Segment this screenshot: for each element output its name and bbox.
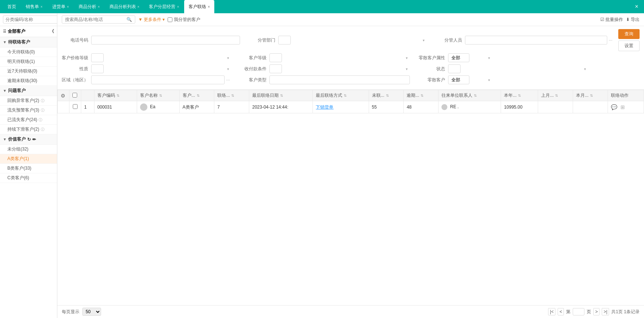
sidebar-item-ungrouped[interactable]: 未分组(32) xyxy=(0,145,57,154)
query-button[interactable]: 查询 xyxy=(618,29,640,39)
nav-home[interactable]: 首页 xyxy=(3,0,21,13)
th-this-month[interactable]: 本月... ⇅ xyxy=(573,90,608,101)
td-check xyxy=(69,101,81,113)
sidebar-item-a-class[interactable]: A类客户(1) xyxy=(0,154,57,164)
value-edit-icon[interactable]: ✏ xyxy=(32,137,36,142)
first-page-btn[interactable]: |< xyxy=(548,308,555,315)
filter-manager-input[interactable] xyxy=(465,36,607,45)
nav-sales[interactable]: 销售单 × xyxy=(21,0,47,13)
page-size-select[interactable]: 50 20 100 xyxy=(82,308,101,316)
sidebar-group-value[interactable]: ▼ 价值客户 ↻ ✏ xyxy=(0,134,57,145)
nav-product-list[interactable]: 商品分析列表 × xyxy=(105,0,144,13)
sidebar-item-today[interactable]: 今天待联络(0) xyxy=(0,47,57,57)
filter-region-dots[interactable]: ··· xyxy=(225,77,231,82)
sort-icon-name[interactable]: ⇅ xyxy=(159,93,162,98)
my-customers-filter[interactable]: 我分管的客户 xyxy=(168,17,200,23)
sidebar-item-declining[interactable]: 持续下滑客户(2) ⓘ xyxy=(0,125,57,134)
sidebar-item-tomorrow[interactable]: 明天待联络(1) xyxy=(0,57,57,67)
filter-customer-level-select[interactable] xyxy=(269,53,282,62)
batch-op-btn[interactable]: ☑ 批量操作 xyxy=(600,17,623,23)
table-settings-icon[interactable]: ⚙ xyxy=(61,93,65,99)
search-icon[interactable]: 🔍 xyxy=(126,17,132,22)
sort-icon-type[interactable]: ⇅ xyxy=(197,93,200,98)
close-all-tabs[interactable]: × xyxy=(632,2,641,11)
sort-icon-no-contact[interactable]: ⇅ xyxy=(386,93,389,98)
filter-payment: 收付款条件 ▾ xyxy=(240,64,409,73)
sidebar-all-customers[interactable]: ⠿ 全部客户 《 xyxy=(0,26,57,37)
settings-button[interactable]: 设置 xyxy=(618,40,640,51)
th-no-contact[interactable]: 未联... ⇅ xyxy=(369,90,404,101)
prev-page-btn[interactable]: < xyxy=(558,308,564,315)
filter-region-input[interactable] xyxy=(91,75,225,84)
search-input[interactable] xyxy=(65,17,126,22)
th-overdue[interactable]: 逾期... ⇅ xyxy=(404,90,439,101)
filter-scatter-wrap: 全部 ▾ xyxy=(448,75,492,84)
sidebar-item-churned[interactable]: 已流失客户(24) ⓘ xyxy=(0,115,57,125)
sort-icon-this-month[interactable]: ⇅ xyxy=(590,93,593,98)
chevron-down-icon4: ▾ xyxy=(406,56,408,60)
td-unit-contact: RE . xyxy=(439,101,501,113)
sort-icon-unit[interactable]: ⇅ xyxy=(474,93,477,98)
filter-price-select[interactable] xyxy=(91,53,104,62)
sidebar-group-pending[interactable]: ▼ 待联络客户 xyxy=(0,37,57,47)
sort-icon-contact[interactable]: ⇅ xyxy=(231,93,234,98)
sort-icon-date[interactable]: ⇅ xyxy=(280,93,283,98)
filter-nature-select[interactable] xyxy=(91,64,104,73)
filter-price-level-label: 客户价格等级 xyxy=(62,55,91,61)
my-customers-checkbox[interactable] xyxy=(168,17,172,22)
th-last-contact-date[interactable]: 最后联络日期 ⇅ xyxy=(249,90,313,101)
sort-icon-code[interactable]: ⇅ xyxy=(117,93,119,98)
nav-customer-segment-close[interactable]: × xyxy=(177,5,179,9)
nav-customer-contact-close[interactable]: × xyxy=(208,5,210,9)
sort-icon-last-month[interactable]: ⇅ xyxy=(555,93,558,98)
sidebar-item-churn-warning[interactable]: 流失预警客户(3) ⓘ xyxy=(0,106,57,115)
qr-icon[interactable]: ⊞ xyxy=(620,104,625,110)
nav-purchase-close[interactable]: × xyxy=(67,5,69,9)
nav-customer-contact[interactable]: 客户联络 × xyxy=(184,0,214,13)
filter-manager-dots[interactable]: ··· xyxy=(607,38,614,43)
contact-method-link[interactable]: 下销货单 xyxy=(316,105,333,110)
nav-product-analysis-close[interactable]: × xyxy=(98,5,100,9)
sort-icon-year[interactable]: ⇅ xyxy=(518,93,521,98)
sidebar-item-abnormal[interactable]: 回购异常客户(2) ⓘ xyxy=(0,96,57,106)
last-page-btn[interactable]: >| xyxy=(602,308,609,315)
filter-dept-select[interactable] xyxy=(278,36,291,45)
filter-status-select[interactable] xyxy=(448,64,461,73)
export-btn[interactable]: ⬇ 导出 xyxy=(626,17,640,23)
sidebar-group-problem[interactable]: ▼ 问题客户 xyxy=(0,86,57,96)
filter-customer-type-input[interactable] xyxy=(269,75,409,84)
th-customer-code[interactable]: 客户编码 ⇅ xyxy=(94,90,137,101)
filter-scatter-attr-select[interactable]: 全部 xyxy=(448,53,469,62)
nav-purchase[interactable]: 进货单 × xyxy=(48,0,74,13)
filter-more-btn[interactable]: ▼ 更多条件 ▾ xyxy=(138,17,165,23)
sidebar-search-input[interactable] xyxy=(3,15,57,24)
nav-customer-segment[interactable]: 客户分层经营 × xyxy=(144,0,183,13)
th-customer-name[interactable]: 客户名称 ⇅ xyxy=(137,90,179,101)
filter-phone-input[interactable] xyxy=(91,36,240,45)
filter-customer-level-label: 客户等级 xyxy=(240,55,269,61)
sort-icon-method[interactable]: ⇅ xyxy=(344,93,347,98)
select-all-checkbox[interactable] xyxy=(72,93,77,98)
th-unit-contact[interactable]: 往来单位联系人 ⇅ xyxy=(439,90,501,101)
th-this-year[interactable]: 本年... ⇅ xyxy=(501,90,538,101)
sidebar-collapse-btn[interactable]: 《 xyxy=(50,28,54,35)
filter-scatter-select[interactable]: 全部 xyxy=(448,75,469,84)
th-customer-type[interactable]: 客户... ⇅ xyxy=(179,90,214,101)
sidebar-item-7days[interactable]: 近7天待联络(0) xyxy=(0,67,57,76)
nav-sales-close[interactable]: × xyxy=(40,5,43,9)
sort-icon-overdue[interactable]: ⇅ xyxy=(421,93,423,98)
filter-payment-select[interactable] xyxy=(269,64,282,73)
nav-product-analysis[interactable]: 商品分析 × xyxy=(74,0,104,13)
th-contact-count[interactable]: 联络... ⇅ xyxy=(214,90,249,101)
value-refresh-icon[interactable]: ↻ xyxy=(27,137,31,142)
nav-product-list-close[interactable]: × xyxy=(137,5,140,9)
row-checkbox[interactable] xyxy=(73,104,78,109)
sidebar-item-overdue[interactable]: 逾期未联络(30) xyxy=(0,76,57,86)
sidebar-item-c-class[interactable]: C类客户(6) xyxy=(0,173,57,183)
chat-icon[interactable]: 💬 xyxy=(611,104,617,110)
page-input[interactable]: 1 xyxy=(573,308,584,315)
next-page-btn[interactable]: > xyxy=(593,308,600,315)
th-last-contact-method[interactable]: 最后联络方式 ⇅ xyxy=(313,90,369,101)
th-last-month[interactable]: 上月... ⇅ xyxy=(538,90,573,101)
sidebar-item-b-class[interactable]: B类客户(33) xyxy=(0,164,57,173)
